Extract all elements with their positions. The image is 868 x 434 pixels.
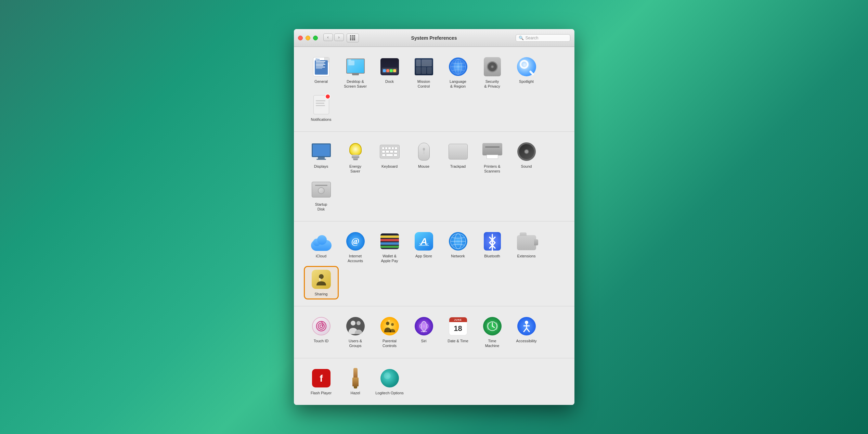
svg-point-14: [318, 323, 324, 329]
pref-printers[interactable]: Printers &Scanners: [475, 139, 509, 177]
pref-hazel[interactable]: Hazel: [338, 365, 373, 398]
pref-parental[interactable]: ParentalControls: [373, 313, 407, 351]
pref-appstore[interactable]: A App Store: [407, 228, 441, 266]
mission-label: MissionControl: [417, 79, 430, 89]
close-button[interactable]: [298, 36, 303, 40]
section-system: Touch ID: [294, 306, 574, 358]
pref-energy[interactable]: EnergySaver: [338, 139, 373, 177]
general-icon: File: [311, 56, 332, 77]
extensions-label: Extensions: [517, 254, 536, 258]
printers-icon: [482, 141, 503, 162]
svg-text:f: f: [320, 373, 323, 384]
pref-spotlight[interactable]: Spotlight: [509, 54, 544, 92]
notifications-icon: [311, 94, 332, 115]
search-icon: 🔍: [519, 36, 524, 40]
pref-icloud[interactable]: iCloud: [304, 228, 338, 266]
back-button[interactable]: ‹: [323, 34, 333, 41]
pref-sound[interactable]: Sound: [509, 139, 544, 177]
internet-icon: @: [345, 231, 366, 252]
pref-desktop[interactable]: Desktop &Screen Saver: [338, 54, 373, 92]
datetime-label: Date & Time: [448, 339, 468, 343]
pref-datetime[interactable]: JUNE 18 Date & Time: [441, 313, 475, 351]
pref-language[interactable]: Language& Region: [441, 54, 475, 92]
energy-icon: [345, 141, 366, 162]
svg-point-16: [351, 321, 355, 326]
spotlight-label: Spotlight: [519, 79, 534, 84]
pref-siri[interactable]: Siri: [407, 313, 441, 351]
pref-internet[interactable]: @ InternetAccounts: [338, 228, 373, 266]
pref-wallet[interactable]: Wallet &Apple Pay: [373, 228, 407, 266]
pref-users[interactable]: Users &Groups: [338, 313, 373, 351]
svg-point-19: [391, 323, 394, 326]
forward-button[interactable]: ›: [334, 34, 344, 41]
datetime-icon: JUNE 18: [448, 316, 468, 336]
pref-mission[interactable]: MissionControl: [407, 54, 441, 92]
pref-sharing[interactable]: Sharing: [304, 266, 338, 299]
nav-buttons: ‹ ›: [323, 34, 359, 42]
pref-trackpad[interactable]: Trackpad: [441, 139, 475, 177]
pref-accessibility[interactable]: Accessibility: [509, 313, 544, 351]
displays-label: Displays: [314, 164, 328, 169]
notifications-label: Notifications: [311, 117, 332, 122]
flash-icon: f: [311, 368, 332, 388]
startup-icon: [311, 179, 332, 200]
pref-displays[interactable]: Displays: [304, 139, 338, 177]
back-arrow-icon: ‹: [327, 35, 329, 40]
siri-icon: [414, 316, 434, 336]
flash-label: Flash Player: [311, 391, 332, 395]
wallet-label: Wallet &Apple Pay: [381, 254, 398, 264]
pref-flash[interactable]: f Flash Player: [304, 365, 338, 398]
search-box[interactable]: 🔍 Search: [516, 34, 570, 42]
parental-icon: [379, 316, 400, 336]
section-personal: File General: [294, 47, 574, 132]
icloud-icon: [311, 231, 332, 252]
users-label: Users &Groups: [349, 339, 362, 348]
pref-timemachine[interactable]: TimeMachine: [475, 313, 509, 351]
extensions-icon: [516, 231, 537, 252]
network-label: Network: [451, 254, 465, 258]
maximize-button[interactable]: [313, 36, 318, 40]
printers-label: Printers &Scanners: [484, 164, 500, 174]
startup-label: StartupDisk: [315, 202, 327, 212]
siri-label: Siri: [421, 339, 427, 343]
trackpad-icon: [448, 141, 468, 162]
hardware-grid: Displays EnergySaver: [304, 139, 564, 214]
forward-arrow-icon: ›: [338, 35, 340, 40]
spotlight-icon: [516, 56, 537, 77]
svg-point-21: [421, 321, 427, 331]
pref-startup[interactable]: StartupDisk: [304, 177, 338, 215]
pref-touchid[interactable]: Touch ID: [304, 313, 338, 351]
grid-view-button[interactable]: [347, 34, 359, 42]
traffic-lights: [298, 36, 318, 40]
pref-dock[interactable]: Dock: [373, 54, 407, 92]
internet-grid: iCloud @ InternetAccounts: [304, 228, 564, 299]
section-hardware: Displays EnergySaver: [294, 132, 574, 221]
pref-bluetooth[interactable]: Bluetooth: [475, 228, 509, 266]
pref-extensions[interactable]: Extensions: [509, 228, 544, 266]
pref-security[interactable]: Security& Privacy: [475, 54, 509, 92]
mission-icon: [414, 56, 434, 77]
keyboard-icon: [379, 141, 400, 162]
svg-point-15: [320, 325, 323, 328]
security-label: Security& Privacy: [484, 79, 500, 89]
pref-network[interactable]: Network: [441, 228, 475, 266]
pref-logitech[interactable]: Logitech Options: [373, 365, 407, 398]
accessibility-label: Accessibility: [516, 339, 537, 343]
mouse-icon: [414, 141, 434, 162]
language-icon: [448, 56, 468, 77]
minimize-button[interactable]: [306, 36, 310, 40]
bluetooth-icon: [482, 231, 503, 252]
pref-general[interactable]: File General: [304, 54, 338, 92]
pref-keyboard[interactable]: Keyboard: [373, 139, 407, 177]
other-grid: f Flash Player Hazel: [304, 365, 564, 398]
search-placeholder: Search: [526, 36, 539, 40]
svg-line-26: [492, 326, 494, 328]
pref-notifications[interactable]: Notifications: [304, 92, 338, 125]
dock-label: Dock: [385, 79, 394, 84]
sharing-label: Sharing: [315, 292, 328, 296]
svg-line-30: [524, 328, 527, 332]
security-icon: [482, 56, 503, 77]
system-preferences-window: ‹ › System Preferences 🔍 Search: [294, 29, 574, 405]
timemachine-icon: [482, 316, 503, 336]
pref-mouse[interactable]: Mouse: [407, 139, 441, 177]
